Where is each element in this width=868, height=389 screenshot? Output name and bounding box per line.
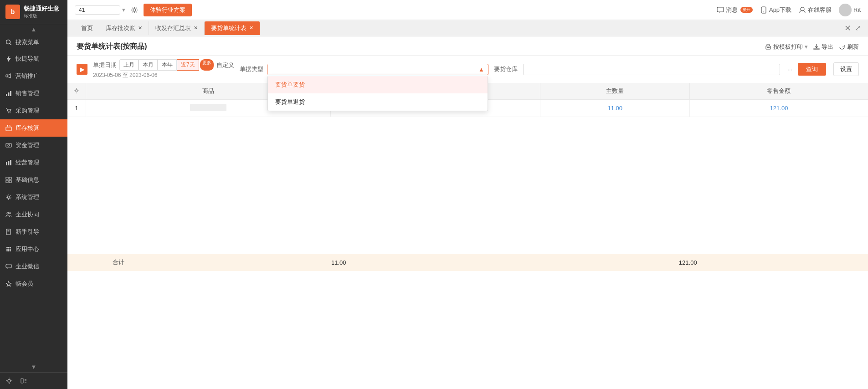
filter-date-range: 2023-05-06 至 2023-06-06 [93,72,234,79]
type-filter-section: 单据类型 ▲ 要货单要货 要货单退货 [240,64,488,75]
refresh-action[interactable]: 刷新 [839,43,859,51]
print-icon [765,44,771,50]
svg-point-27 [10,247,11,248]
user-item[interactable]: Rit [839,4,861,16]
query-button[interactable]: 查询 [798,63,826,76]
svg-marker-2 [7,56,10,61]
settings-bottom-icon[interactable] [5,377,13,384]
svg-rect-18 [9,180,11,183]
type-filter-input-wrap: ▲ 要货单要货 要货单退货 [267,64,488,75]
col-amount: 零售金额 [689,83,868,100]
print-action[interactable]: 按模板打印 ▾ [765,43,808,51]
svg-rect-15 [6,177,8,179]
sidebar-item-system[interactable]: 系统管理 [0,189,67,206]
filter-expand-btn[interactable]: ▶ [77,64,87,75]
type-filter-input[interactable] [267,64,475,75]
svg-rect-17 [6,180,8,183]
date-btn-last-7days[interactable]: 近7天 [177,59,199,71]
message-item[interactable]: 消息 99+ [717,6,753,14]
dropdown-item-order-goods[interactable]: 要货单要货 [268,76,488,93]
tab-expand-button[interactable]: ⤢ [855,23,861,33]
sidebar-item-member[interactable]: 畅会员 [0,275,67,292]
tab-inventory-batch[interactable]: 库存批次账 ✕ [99,21,149,35]
sidebar-item-inventory[interactable]: 库存核算 [0,119,67,137]
app-icon [760,6,767,14]
svg-rect-48 [814,48,819,50]
warehouse-filter-input[interactable] [523,64,780,75]
service-item[interactable]: 在线客服 [799,6,832,14]
warehouse-filter-ellipsis[interactable]: ··· [787,66,792,73]
topbar-input[interactable] [75,5,120,15]
main-area: ▾ 体验行业方案 消息 99+ App下载 在线客服 Rit [67,0,868,389]
qty-link[interactable]: 11.00 [607,105,622,112]
sidebar-item-purchase[interactable]: 采购管理 [0,102,67,119]
svg-rect-34 [6,264,11,268]
type-dropdown-menu: 要货单要货 要货单退货 [267,76,488,111]
date-btn-this-year[interactable]: 本年 [158,59,177,71]
type-filter-arrow[interactable]: ▲ [475,66,488,73]
sidebar-item-guide[interactable]: 新手引导 [0,223,67,241]
sidebar: b 畅捷通好生意 标准版 ▲ 搜索菜单 快捷导航 营销推广 销售管理 采购管理 [0,0,67,389]
sidebar-scroll-up[interactable]: ▲ [0,24,67,35]
svg-point-21 [10,213,11,214]
settings-button[interactable]: 设置 [833,62,859,76]
date-filter-label: 单据日期 [93,61,117,69]
sidebar-scroll-down[interactable]: ▼ [0,362,67,372]
sidebar-item-operation[interactable]: 经营管理 [0,154,67,171]
trial-button[interactable]: 体验行业方案 [144,4,192,16]
sidebar-item-wechat[interactable]: 企业微信 [0,258,67,275]
table-setting-icon[interactable] [73,87,80,94]
app-download-item[interactable]: App下载 [760,6,791,14]
date-btn-last-month[interactable]: 上月 [119,59,139,71]
svg-rect-6 [10,91,11,96]
tab-receive-summary[interactable]: 收发存汇总表 ✕ [149,21,205,35]
collapse-icon[interactable] [20,377,27,384]
dropdown-item-order-return[interactable]: 要货单退货 [268,93,488,111]
svg-rect-3 [6,75,8,77]
sidebar-item-sales[interactable]: 销售管理 [0,85,67,102]
footer-qty: 11.00 [164,259,514,266]
tab-close-all-button[interactable]: ✕ [844,23,851,33]
tab-close-inventory-batch[interactable]: ✕ [138,25,142,31]
tab-close-order-summary[interactable]: ✕ [249,25,253,31]
apps-icon [5,246,12,252]
sidebar-item-enterprise[interactable]: 企业协同 [0,206,67,223]
tab-close-receive-summary[interactable]: ✕ [194,25,198,31]
chart-icon [5,90,12,97]
date-btn-this-month[interactable]: 本月 [139,59,158,71]
svg-point-30 [10,249,11,250]
bar-chart-icon [5,159,12,166]
table-footer: 合计 11.00 121.00 [67,254,868,271]
sidebar-search[interactable]: 搜索菜单 [0,35,67,50]
col-qty: 主数量 [540,83,690,100]
svg-point-26 [8,247,10,248]
sidebar-item-quick-nav[interactable]: 快捷导航 [0,50,67,67]
topbar-gear-icon[interactable] [131,6,138,14]
svg-rect-47 [767,47,770,48]
topbar-dropdown-arrow[interactable]: ▾ [122,6,125,13]
tab-home[interactable]: 首页 [75,21,99,35]
sidebar-logo: b 畅捷通好生意 标准版 [0,0,67,24]
col-setting[interactable] [67,83,86,100]
sidebar-item-finance[interactable]: 资金管理 [0,137,67,154]
date-more-badge[interactable]: 更多 [200,59,214,71]
svg-rect-16 [9,177,11,179]
message-badge: 99+ [740,7,753,13]
export-action[interactable]: 导出 [813,43,833,51]
svg-rect-37 [21,379,23,383]
svg-rect-9 [6,127,11,131]
print-dropdown-arrow[interactable]: ▾ [805,43,808,50]
custom-date-btn[interactable]: 自定义 [216,61,234,69]
sidebar-item-appstore[interactable]: 应用中心 [0,241,67,258]
sidebar-item-marketing[interactable]: 营销推广 [0,67,67,85]
lightning-icon [5,56,12,62]
svg-point-49 [75,89,77,92]
logo-icon: b [5,5,20,19]
tab-order-summary[interactable]: 要货单统计表 ✕ [205,21,260,35]
sidebar-item-basic[interactable]: 基础信息 [0,171,67,189]
svg-point-32 [8,250,10,251]
amount-link[interactable]: 121.00 [770,105,788,112]
page-actions: 按模板打印 ▾ 导出 刷新 [765,43,859,51]
filter-bar: ▶ 单据日期 上月 本月 本年 近7天 更多 自定义 2023-05-06 至 … [67,55,868,83]
sidebar-nav: 搜索菜单 快捷导航 营销推广 销售管理 采购管理 库存核算 资金管理 经营管 [0,35,67,362]
